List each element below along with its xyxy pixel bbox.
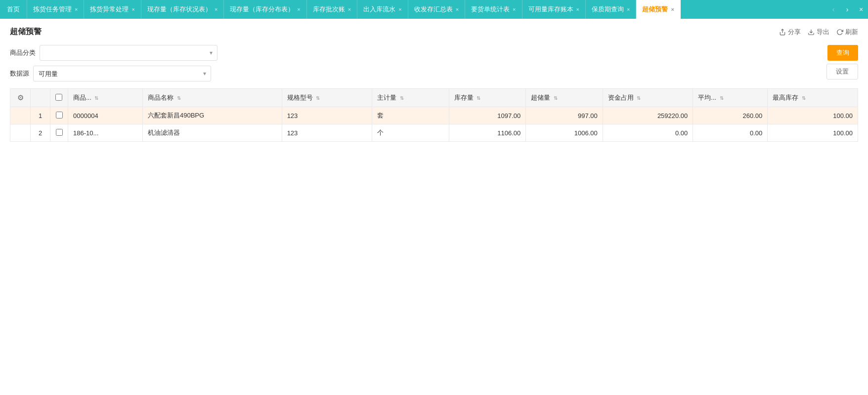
page-header: 超储预警 分享 导出 刷新: [10, 27, 858, 37]
td-stock: 1097.00: [449, 107, 526, 124]
td-unit: 个: [372, 124, 449, 142]
nav-item-overstock[interactable]: 超储预警 ×: [636, 0, 680, 19]
nav-item-collect[interactable]: 收发存汇总表 ×: [408, 0, 465, 19]
filter-datasource-group: 数据源 可用量 实际库存: [10, 66, 217, 81]
td-checkbox: [50, 107, 68, 124]
export-button[interactable]: 导出: [808, 28, 829, 37]
td-overstock: 997.00: [526, 107, 603, 124]
page-content: 超储预警 分享 导出 刷新: [0, 19, 868, 150]
header-actions: 分享 导出 刷新: [779, 28, 858, 37]
nav-item-task-manage[interactable]: 拣货任务管理 ×: [27, 0, 84, 19]
close-tab-icon[interactable]: ×: [297, 6, 300, 12]
table-wrap: ⚙ 商品... ⇅ 商品名称 ⇅ 规格型号: [10, 88, 858, 142]
share-icon: [779, 29, 786, 36]
query-button[interactable]: 查询: [827, 45, 858, 61]
select-all-checkbox[interactable]: [55, 94, 62, 101]
main-table: ⚙ 商品... ⇅ 商品名称 ⇅ 规格型号: [10, 88, 858, 142]
sort-icon: ⇅: [400, 95, 404, 101]
nav-label: 保质期查询: [592, 5, 624, 14]
close-tab-icon[interactable]: ×: [671, 6, 674, 12]
td-checkbox: [50, 124, 68, 142]
close-tab-icon[interactable]: ×: [513, 6, 516, 12]
nav-home[interactable]: 首页: [0, 0, 27, 19]
th-settings[interactable]: ⚙: [10, 89, 31, 107]
datasource-label: 数据源: [10, 69, 29, 78]
nav-item-inout-flow[interactable]: 出入库流水 ×: [357, 0, 408, 19]
nav-item-order-stat[interactable]: 要货单统计表 ×: [465, 0, 522, 19]
category-select[interactable]: [40, 45, 217, 61]
nav-label: 现存量（库存分布表）: [230, 5, 294, 14]
table-header-row: ⚙ 商品... ⇅ 商品名称 ⇅ 规格型号: [10, 89, 858, 107]
sort-icon: ⇅: [720, 95, 724, 101]
category-label: 商品分类: [10, 48, 36, 57]
refresh-button[interactable]: 刷新: [836, 28, 858, 37]
td-empty: [10, 107, 31, 124]
nav-label: 出入库流水: [363, 5, 395, 14]
nav-item-quality[interactable]: 保质期查询 ×: [586, 0, 636, 19]
datasource-select-wrap: 可用量 实际库存: [33, 66, 211, 81]
td-spec: 123: [282, 107, 372, 124]
row-checkbox[interactable]: [56, 112, 63, 118]
nav-close-all-button[interactable]: ×: [854, 0, 868, 19]
nav-item-batch[interactable]: 库存批次账 ×: [307, 0, 357, 19]
close-tab-icon[interactable]: ×: [348, 6, 351, 12]
th-stock[interactable]: 库存量 ⇅: [449, 89, 526, 107]
nav-item-stock-dist[interactable]: 现存量（库存分布表） ×: [224, 0, 306, 19]
nav-prev-button[interactable]: ‹: [826, 0, 840, 19]
category-select-wrap: [40, 45, 217, 61]
th-avg[interactable]: 平均... ⇅: [693, 89, 768, 107]
nav-item-stock-status[interactable]: 现存量（库存状况表） ×: [141, 0, 224, 19]
td-spec: 123: [282, 124, 372, 142]
page-title: 超储预警: [10, 27, 42, 37]
sort-icon: ⇅: [637, 95, 641, 101]
td-unit: 套: [372, 107, 449, 124]
setting-button[interactable]: 设置: [826, 64, 858, 79]
td-index: 2: [31, 124, 50, 142]
close-tab-icon[interactable]: ×: [456, 6, 459, 12]
share-button[interactable]: 分享: [779, 28, 801, 37]
close-tab-icon[interactable]: ×: [75, 6, 78, 12]
nav-item-avail-stock[interactable]: 可用量库存账本 ×: [522, 0, 586, 19]
nav-label: 超储预警: [642, 5, 668, 14]
close-tab-icon[interactable]: ×: [398, 6, 401, 12]
table-row: 1 0000004 六配套新昌490BPG 123 套 1097.00 997.…: [10, 107, 858, 124]
th-capital[interactable]: 资金占用 ⇅: [603, 89, 693, 107]
sort-icon: ⇅: [177, 95, 181, 101]
close-tab-icon[interactable]: ×: [215, 6, 217, 12]
row-checkbox[interactable]: [56, 129, 63, 136]
nav-label: 拣货异常处理: [90, 5, 129, 14]
nav-label: 库存批次账: [313, 5, 345, 14]
top-nav: 首页 拣货任务管理 × 拣货异常处理 × 现存量（库存状况表） × 现存量（库存…: [0, 0, 868, 19]
close-tab-icon[interactable]: ×: [576, 6, 579, 12]
nav-arrows: ‹ › ×: [826, 0, 868, 19]
export-icon: [808, 29, 815, 36]
nav-label: 要货单统计表: [471, 5, 510, 14]
th-overstock[interactable]: 超储量 ⇅: [526, 89, 603, 107]
td-product-name: 机油滤清器: [143, 124, 282, 142]
table-row: 2 186-10... 机油滤清器 123 个 1106.00 1006.00 …: [10, 124, 858, 142]
refresh-icon: [836, 29, 843, 36]
th-unit[interactable]: 主计量 ⇅: [372, 89, 449, 107]
nav-label: 拣货任务管理: [33, 5, 72, 14]
close-tab-icon[interactable]: ×: [131, 6, 134, 12]
sort-icon: ⇅: [316, 95, 320, 101]
nav-next-button[interactable]: ›: [840, 0, 854, 19]
th-max-stock[interactable]: 最高库存 ⇅: [768, 89, 858, 107]
td-capital: 259220.00: [603, 107, 693, 124]
nav-item-abnormal[interactable]: 拣货异常处理 ×: [84, 0, 141, 19]
sort-icon: ⇅: [802, 95, 806, 101]
td-avg: 260.00: [693, 107, 768, 124]
datasource-select[interactable]: 可用量 实际库存: [33, 66, 211, 81]
td-product-code: 0000004: [68, 107, 143, 124]
th-spec[interactable]: 规格型号 ⇅: [282, 89, 372, 107]
td-max-stock: 100.00: [768, 124, 858, 142]
td-index: 1: [31, 107, 50, 124]
td-overstock: 1006.00: [526, 124, 603, 142]
sort-icon: ⇅: [554, 95, 558, 101]
close-tab-icon[interactable]: ×: [627, 6, 630, 12]
settings-icon[interactable]: ⚙: [15, 93, 25, 103]
th-product-name[interactable]: 商品名称 ⇅: [143, 89, 282, 107]
nav-label: 可用量库存账本: [528, 5, 573, 14]
th-product-code[interactable]: 商品... ⇅: [68, 89, 143, 107]
home-label: 首页: [7, 5, 20, 14]
